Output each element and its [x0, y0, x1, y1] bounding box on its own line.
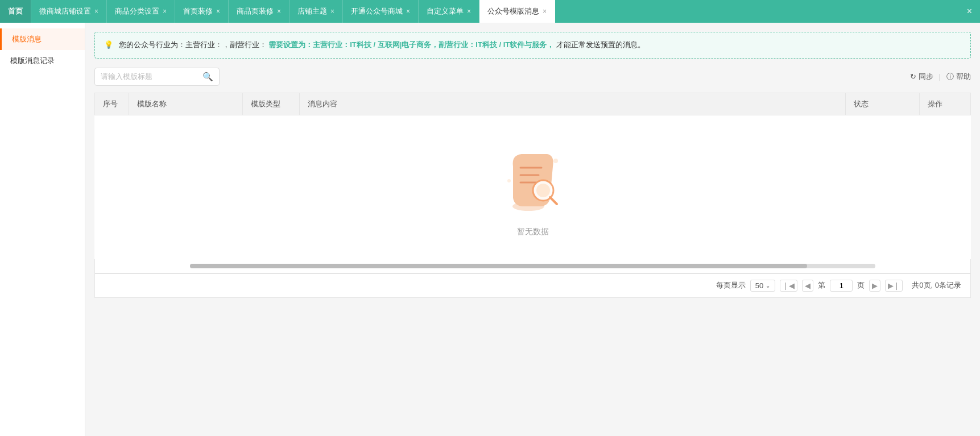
col-header-action: 操作: [920, 93, 971, 115]
nav-tab-2[interactable]: 商品分类设置 ×: [107, 0, 175, 23]
nav-tab-close-6[interactable]: ×: [406, 7, 410, 15]
nav-tab-label-2: 商品分类设置: [115, 6, 159, 16]
empty-state: 暂无数据: [95, 115, 971, 260]
info-prefix: 您的公众号行业为：主营行业：，副营行业：: [119, 40, 267, 49]
col-header-content: 消息内容: [300, 93, 846, 115]
table-header: 序号 模版名称 模版类型 消息内容 状态 操作: [95, 93, 971, 115]
col-header-type: 模版类型: [243, 93, 300, 115]
sidebar-item-label-0: 模版消息: [12, 35, 42, 43]
nav-tab-close-5[interactable]: ×: [330, 7, 334, 15]
nav-tab-3[interactable]: 首页装修 ×: [175, 0, 229, 23]
info-highlight: 需要设置为：主营行业：IT科技 / 互联网|电子商务，副营行业：IT科技 / I…: [268, 40, 554, 49]
nav-tab-label-1: 微商城店铺设置: [39, 6, 91, 16]
sidebar-item-template-msg[interactable]: 模版消息: [0, 28, 85, 50]
scrollbar-thumb: [190, 264, 807, 268]
sidebar-item-template-record[interactable]: 模版消息记录: [0, 50, 85, 72]
page-size-label: 每页显示: [716, 280, 746, 290]
col-header-status: 状态: [846, 93, 920, 115]
nav-tab-home[interactable]: 首页: [0, 0, 31, 23]
nav-tab-5[interactable]: 店铺主题 ×: [290, 0, 343, 23]
svg-point-8: [507, 179, 511, 182]
close-all-button[interactable]: ×: [959, 6, 980, 16]
sync-icon: ↻: [910, 72, 916, 81]
data-table: 序号 模版名称 模版类型 消息内容 状态 操作: [94, 93, 971, 260]
search-icon[interactable]: 🔍: [202, 72, 213, 82]
chevron-down-icon: ⌄: [766, 283, 770, 289]
toolbar-divider: |: [939, 72, 941, 81]
nav-tab-close-3[interactable]: ×: [216, 7, 220, 15]
nav-tab-label-7: 自定义菜单: [427, 6, 464, 16]
page-size-select[interactable]: 50 ⌄: [750, 280, 775, 292]
sync-label: 同步: [919, 72, 933, 82]
info-suffix: 才能正常发送预置的消息。: [556, 40, 645, 49]
nav-tab-label-8: 公众号模版消息: [487, 6, 539, 16]
page-size-value: 50: [755, 281, 763, 290]
search-input-wrapper[interactable]: 🔍: [94, 68, 220, 86]
search-input[interactable]: [101, 72, 202, 81]
nav-tab-label-5: 店铺主题: [297, 6, 327, 16]
nav-tab-home-label: 首页: [8, 6, 23, 16]
nav-tab-6[interactable]: 开通公众号商城 ×: [343, 0, 419, 23]
sidebar-item-label-1: 模版消息记录: [10, 56, 55, 65]
nav-tab-close-2[interactable]: ×: [163, 7, 167, 15]
nav-tab-1[interactable]: 微商城店铺设置 ×: [31, 0, 107, 23]
svg-line-6: [550, 197, 557, 204]
pagination-bar: 每页显示 50 ⌄ ❘◀ ◀ 第 页 ▶ ▶❘ 共0页, 0条记录: [94, 273, 971, 298]
nav-tab-label-6: 开通公众号商城: [351, 6, 403, 16]
nav-tab-close-7[interactable]: ×: [467, 7, 471, 15]
col-header-index: 序号: [95, 93, 129, 115]
svg-point-5: [536, 184, 550, 197]
help-icon: ⓘ: [946, 72, 954, 82]
nav-tab-label-4: 商品页装修: [237, 6, 274, 16]
nav-tab-label-3: 首页装修: [183, 6, 213, 16]
page-next-button[interactable]: ▶: [869, 280, 880, 292]
page-label-suffix: 页: [857, 280, 865, 290]
nav-tab-close-4[interactable]: ×: [277, 7, 281, 15]
info-banner: 💡 您的公众号行业为：主营行业：，副营行业： 需要设置为：主营行业：IT科技 /…: [94, 32, 971, 59]
total-info: 共0页, 0条记录: [912, 280, 961, 290]
top-nav: 首页 微商城店铺设置 × 商品分类设置 × 首页装修 × 商品页装修 × 店铺主…: [0, 0, 980, 23]
empty-illustration: [499, 150, 567, 218]
help-button[interactable]: ⓘ 帮助: [946, 72, 971, 82]
nav-tab-4[interactable]: 商品页装修 ×: [229, 0, 290, 23]
scrollbar-area: [94, 259, 971, 273]
nav-tab-7[interactable]: 自定义菜单 ×: [419, 0, 479, 23]
col-header-name: 模版名称: [129, 93, 243, 115]
empty-text: 暂无数据: [517, 227, 549, 237]
app-layout: 模版消息 模版消息记录 💡 您的公众号行业为：主营行业：，副营行业： 需要设置为…: [0, 23, 980, 436]
main-content: 💡 您的公众号行业为：主营行业：，副营行业： 需要设置为：主营行业：IT科技 /…: [85, 23, 980, 436]
page-label-prefix: 第: [818, 280, 825, 290]
nav-tab-8[interactable]: 公众号模版消息 ×: [479, 0, 555, 23]
page-prev-button[interactable]: ◀: [802, 280, 813, 292]
help-label: 帮助: [956, 72, 971, 82]
search-bar: 🔍 ↻ 同步 | ⓘ 帮助: [94, 68, 971, 86]
nav-tab-close-1[interactable]: ×: [94, 7, 98, 15]
svg-point-7: [553, 159, 558, 163]
nav-tab-close-8[interactable]: ×: [543, 7, 547, 15]
page-last-button[interactable]: ▶❘: [885, 280, 903, 292]
page-first-button[interactable]: ❘◀: [780, 280, 797, 292]
sidebar: 模版消息 模版消息记录: [0, 23, 85, 436]
page-number-input[interactable]: [830, 280, 853, 292]
fake-scrollbar[interactable]: [190, 264, 876, 268]
lightbulb-icon: 💡: [104, 40, 113, 49]
toolbar-right: ↻ 同步 | ⓘ 帮助: [910, 72, 971, 82]
sync-button[interactable]: ↻ 同步: [910, 72, 933, 82]
